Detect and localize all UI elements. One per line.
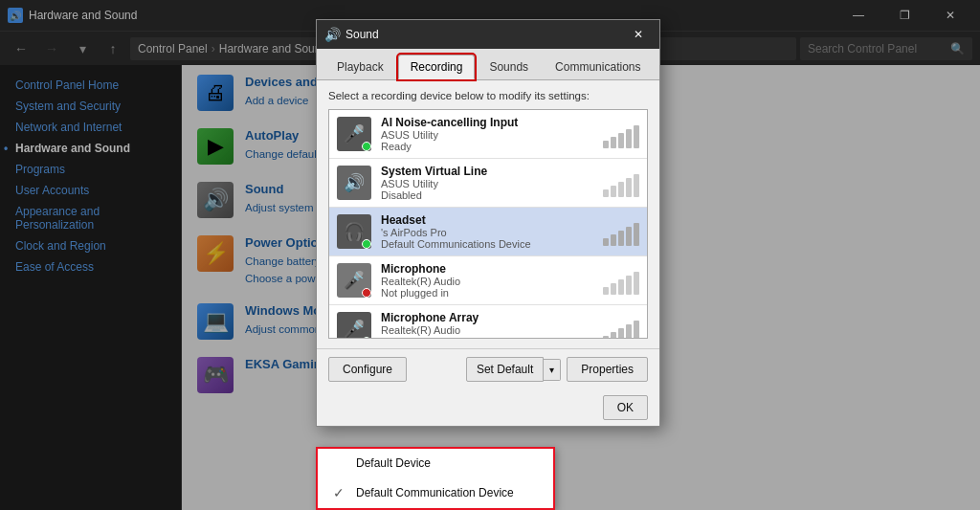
headset-status: Default Communications Device: [381, 238, 593, 250]
dialog-title: Sound: [345, 28, 625, 41]
device-item-headset[interactable]: 🎧 Headset 's AirPods Pro Default Communi…: [329, 208, 647, 256]
configure-button[interactable]: Configure: [328, 357, 407, 382]
microphone-array-sub: Realtek(R) Audio: [381, 324, 593, 336]
microphone-sub: Realtek(R) Audio: [381, 276, 593, 287]
microphone-array-status: Default Device: [381, 336, 593, 339]
headset-name: Headset: [381, 213, 593, 227]
ai-noise-status: Ready: [381, 141, 593, 152]
set-default-button[interactable]: Set Default: [466, 357, 544, 382]
default-device-label: Default Device: [356, 456, 431, 470]
device-item-system-virtual[interactable]: 🔊 System Virtual Line ASUS Utility Disab…: [329, 159, 647, 208]
ai-noise-level: [603, 120, 639, 148]
ai-noise-info: AI Noise-cancelling Input ASUS Utility R…: [381, 116, 593, 152]
ai-noise-sub: ASUS Utility: [381, 129, 593, 141]
device-list: 🎤 AI Noise-cancelling Input ASUS Utility…: [328, 109, 648, 339]
set-default-group: Set Default ▾: [466, 357, 561, 382]
microphone-array-level: [603, 315, 639, 339]
dialog-action-buttons: Configure Set Default ▾ Properties: [317, 348, 659, 389]
default-comm-label: Default Communication Device: [356, 486, 514, 499]
ai-noise-icon: 🎤: [337, 117, 371, 151]
dialog-icon: 🔊: [324, 27, 340, 42]
properties-button[interactable]: Properties: [567, 357, 648, 382]
device-item-microphone[interactable]: 🎤 Microphone Realtek(R) Audio Not plugge…: [329, 256, 647, 305]
microphone-status: Not plugged in: [381, 287, 593, 299]
system-virtual-info: System Virtual Line ASUS Utility Disable…: [381, 165, 593, 201]
dialog-content: Select a recording device below to modif…: [317, 80, 659, 348]
headset-sub: 's AirPods Pro: [381, 227, 593, 238]
system-virtual-status: Disabled: [381, 189, 593, 201]
dialog-footer: OK: [317, 389, 659, 426]
dialog-tabs: Playback Recording Sounds Communications: [317, 49, 659, 80]
microphone-array-name: Microphone Array: [381, 311, 593, 324]
microphone-array-status-dot: [362, 337, 371, 339]
device-item-ai-noise[interactable]: 🎤 AI Noise-cancelling Input ASUS Utility…: [329, 110, 647, 159]
tab-sounds[interactable]: Sounds: [477, 55, 541, 79]
microphone-icon: 🎤: [337, 263, 371, 298]
tab-communications[interactable]: Communications: [543, 55, 653, 79]
default-comm-check: ✓: [333, 485, 348, 500]
system-virtual-icon: 🔊: [337, 166, 371, 200]
set-default-dropdown-button[interactable]: ▾: [544, 359, 561, 381]
dropdown-item-default-comm-device[interactable]: ✓ Default Communication Device: [318, 477, 553, 508]
device-item-microphone-array[interactable]: 🎤 Microphone Array Realtek(R) Audio Defa…: [329, 305, 647, 339]
headset-icon: 🎧: [337, 214, 371, 249]
tab-recording[interactable]: Recording: [398, 55, 476, 79]
headset-status-dot: [362, 239, 371, 249]
ai-noise-status-dot: [362, 142, 371, 151]
microphone-info: Microphone Realtek(R) Audio Not plugged …: [381, 262, 593, 299]
system-virtual-level: [603, 168, 639, 197]
dialog-close-button[interactable]: ✕: [625, 21, 652, 48]
microphone-array-icon: 🎤: [337, 312, 371, 339]
ai-noise-name: AI Noise-cancelling Input: [381, 116, 593, 129]
set-default-dropdown-menu: Default Device ✓ Default Communication D…: [316, 447, 555, 510]
dialog-description: Select a recording device below to modif…: [328, 90, 648, 101]
headset-level: [603, 217, 639, 246]
headset-info: Headset 's AirPods Pro Default Communica…: [381, 213, 593, 250]
dialog-titlebar: 🔊 Sound ✕: [317, 20, 659, 49]
ok-button[interactable]: OK: [603, 395, 648, 420]
system-virtual-sub: ASUS Utility: [381, 178, 593, 189]
microphone-status-dot: [362, 288, 371, 298]
sound-dialog: 🔊 Sound ✕ Playback Recording Sounds Comm…: [316, 19, 660, 427]
system-virtual-name: System Virtual Line: [381, 165, 593, 178]
dropdown-item-default-device[interactable]: Default Device: [318, 449, 553, 477]
microphone-array-info: Microphone Array Realtek(R) Audio Defaul…: [381, 311, 593, 339]
microphone-level: [603, 266, 639, 295]
microphone-name: Microphone: [381, 262, 593, 276]
tab-playback[interactable]: Playback: [324, 55, 396, 79]
